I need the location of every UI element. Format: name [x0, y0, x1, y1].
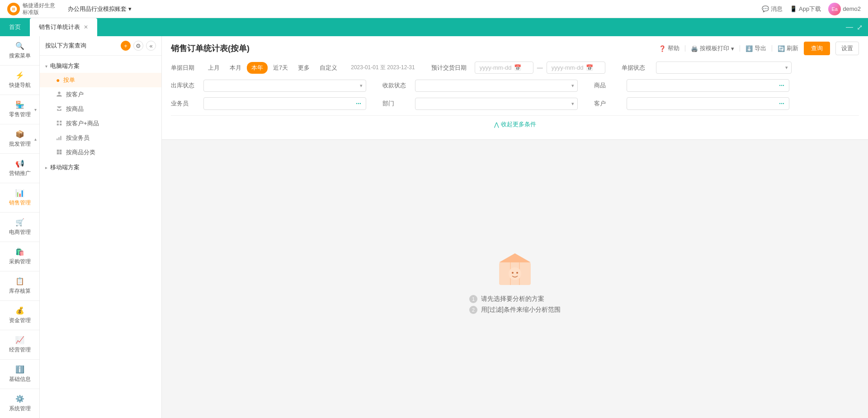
customer-dots-icon[interactable]: ··· — [779, 100, 784, 107]
top-bar-left: 畅捷通好生意 标准版 办公用品行业模拟账套 ▾ — [7, 2, 132, 15]
workspace-selector[interactable]: 办公用品行业模拟账套 ▾ — [68, 5, 132, 13]
tab-home[interactable]: 首页 — [0, 18, 30, 36]
sidebar-item-system-mgmt[interactable]: ⚙️ 系统管理 — [0, 389, 39, 418]
ship-status-select-wrap: ▾ — [203, 80, 366, 92]
svg-rect-5 — [58, 137, 59, 140]
tree-group-mobile-header[interactable]: ▸ 移动端方案 — [40, 161, 161, 174]
shortcut-this-year[interactable]: 本年 — [247, 62, 268, 74]
message-label: 消息 — [771, 5, 783, 13]
query-button[interactable]: 查询 — [804, 42, 830, 55]
sidebar-item-sales-mgmt[interactable]: 📊 销售管理 — [0, 183, 39, 213]
tree-item-by-product[interactable]: 按商品 — [40, 102, 161, 116]
empty-illustration — [488, 244, 542, 290]
hint1-badge: 1 — [469, 295, 477, 303]
tree-item-by-customer-label: 按客户 — [66, 90, 84, 99]
tab-close-icon[interactable]: ✕ — [84, 24, 88, 30]
bill-status-select[interactable] — [656, 62, 792, 74]
shortcut-custom[interactable]: 自定义 — [315, 62, 342, 74]
customer-input[interactable]: ··· — [627, 97, 789, 110]
sidebar-item-purchase[interactable]: 🛍️ 采购管理 — [0, 242, 39, 271]
sidebar-item-finance[interactable]: 💰 资金管理 — [0, 301, 39, 330]
tree-item-by-category[interactable]: 按商品分类 — [40, 145, 161, 160]
collapse-solution-button[interactable]: « — [146, 41, 156, 51]
sidebar-item-basic-info[interactable]: ℹ️ 基础信息 — [0, 360, 39, 389]
tree-group-desktop: ▾ 电脑端方案 ● 按单 按客户 — [40, 59, 161, 160]
svg-rect-1 — [60, 120, 61, 122]
page-title: 销售订单统计表(按单) — [171, 43, 250, 54]
salesperson-dots-icon[interactable]: ··· — [356, 100, 361, 107]
user-menu[interactable]: Ea demo2 — [828, 3, 861, 15]
message-icon: 💬 — [762, 5, 769, 12]
hint1-text: 请先选择要分析的方案 — [481, 295, 544, 303]
maximize-icon[interactable]: ⤢ — [857, 23, 863, 32]
tree-item-by-salesperson[interactable]: 按业务员 — [40, 131, 161, 145]
sidebar-item-retail-mgmt[interactable]: 🏪 零售管理 ▾ — [0, 95, 39, 124]
sidebar-label-finance: 资金管理 — [9, 317, 31, 324]
tree-item-by-cust-prod-label: 按客户+商品 — [66, 119, 99, 128]
sidebar-item-quick-nav[interactable]: ⚡ 快捷导航 — [0, 66, 39, 95]
tree-group-desktop-header[interactable]: ▾ 电脑端方案 — [40, 59, 161, 73]
divider-1 — [685, 45, 685, 52]
expected-date-from[interactable]: yyyy-mm-dd 📅 — [475, 62, 533, 74]
help-button[interactable]: ❓ 帮助 — [659, 44, 679, 52]
empty-state: 1 请先选择要分析的方案 2 用[过滤]条件来缩小分析范围 — [162, 140, 868, 418]
help-icon: ❓ — [659, 45, 666, 52]
salesperson-input[interactable]: ··· — [203, 97, 366, 110]
message-button[interactable]: 💬 消息 — [762, 5, 783, 13]
shortcut-more[interactable]: 更多 — [293, 62, 314, 74]
by-cust-prod-icon — [56, 120, 62, 128]
content-area: 按以下方案查询 + ⚙ « ▾ 电脑端方案 ● 按单 — [40, 36, 868, 418]
tree-item-by-customer[interactable]: 按客户 — [40, 87, 161, 102]
empty-hint-2: 2 用[过滤]条件来缩小分析范围 — [469, 306, 561, 314]
expected-date-to[interactable]: yyyy-mm-dd 📅 — [547, 62, 605, 74]
ship-status-select[interactable] — [203, 80, 366, 92]
date-range-text: 2023-01-01 至 2023-12-31 — [351, 64, 415, 71]
sidebar-item-search-menu[interactable]: 🔍 搜索菜单 — [0, 36, 39, 66]
solution-header-title: 按以下方案查询 — [45, 42, 86, 50]
mobile-arrow-icon: ▸ — [45, 165, 47, 170]
tab-sales-order-stat[interactable]: 销售订单统计表 ✕ — [30, 18, 97, 36]
hint2-text: 用[过滤]条件来缩小分析范围 — [481, 306, 561, 314]
tree-item-by-order[interactable]: ● 按单 — [40, 73, 161, 87]
sidebar-item-marketing[interactable]: 📢 营销推广 — [0, 154, 39, 183]
refresh-button[interactable]: 🔄 刷新 — [778, 44, 798, 52]
filter-date-range-expected: yyyy-mm-dd 📅 — yyyy-mm-dd 📅 — [475, 62, 605, 74]
by-salesperson-icon — [56, 134, 62, 142]
customer-label: 客户 — [594, 100, 619, 108]
basic-info-icon: ℹ️ — [15, 365, 24, 374]
sales-tab-label: 销售订单统计表 — [39, 23, 80, 31]
sidebar-item-ops-mgmt[interactable]: 📈 经营管理 — [0, 330, 39, 360]
minimize-icon[interactable]: — — [846, 23, 853, 31]
sidebar-item-ecommerce[interactable]: 🛒 电商管理 — [0, 213, 39, 242]
shortcut-this-month[interactable]: 本月 — [225, 62, 246, 74]
bill-status-label: 单据状态 — [622, 64, 649, 72]
product-input[interactable]: ··· — [627, 79, 789, 92]
divider-2 — [740, 45, 740, 52]
add-solution-button[interactable]: + — [121, 41, 131, 51]
collapse-label: 收起更多条件 — [501, 120, 536, 128]
export-button[interactable]: ⬇️ 导出 — [745, 44, 766, 52]
filter-row-3: 业务员 ··· 部门 ▾ 客户 ··· — [171, 97, 859, 110]
sidebar-item-wholesale[interactable]: 📦 批发管理 ▴ — [0, 124, 39, 154]
sidebar-item-inventory[interactable]: 📋 库存核算 — [0, 271, 39, 301]
tree-group-mobile: ▸ 移动端方案 — [40, 161, 161, 174]
solution-panel: 按以下方案查询 + ⚙ « ▾ 电脑端方案 ● 按单 — [40, 36, 162, 418]
settings-label: 设置 — [841, 44, 853, 52]
finance-icon: 💰 — [15, 306, 24, 315]
product-dots-icon[interactable]: ··· — [779, 82, 784, 89]
collapse-bar[interactable]: ⋀ 收起更多条件 — [171, 115, 859, 133]
department-select[interactable] — [415, 98, 578, 110]
app-icon: 📱 — [790, 5, 797, 12]
settings-button[interactable]: 设置 — [835, 42, 859, 55]
svg-point-13 — [516, 272, 518, 274]
app-download-button[interactable]: 📱 App下载 — [790, 5, 821, 13]
template-print-button[interactable]: 🖨️ 按模板打印 ▾ — [691, 44, 734, 52]
receipt-status-select[interactable] — [415, 80, 578, 92]
date-shortcut-group: 上月 本月 本年 近7天 更多 自定义 — [203, 62, 342, 74]
shortcut-last-month[interactable]: 上月 — [203, 62, 224, 74]
tree-item-by-cust-prod[interactable]: 按客户+商品 — [40, 116, 161, 131]
divider-3 — [772, 45, 772, 52]
settings-solution-button[interactable]: ⚙ — [133, 41, 143, 51]
ship-status-label: 出库状态 — [171, 81, 196, 90]
shortcut-last-7-days[interactable]: 近7天 — [269, 62, 292, 74]
